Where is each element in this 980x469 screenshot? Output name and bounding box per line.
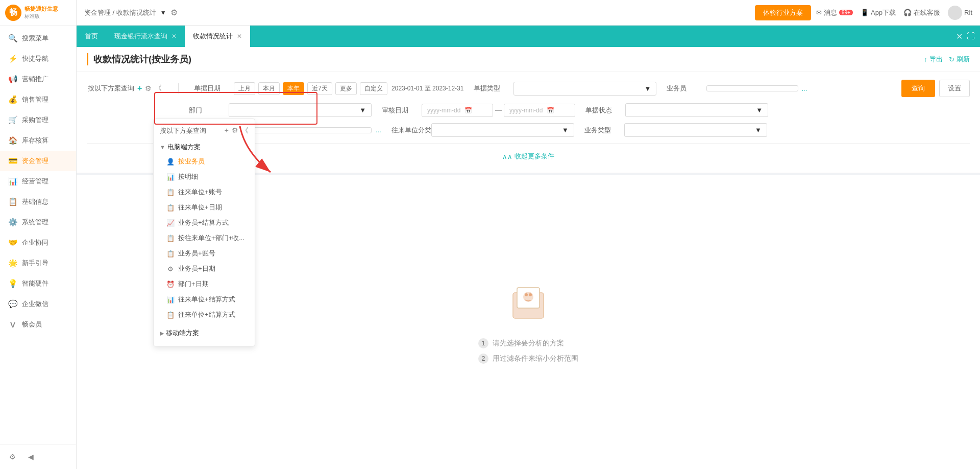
sidebar-item-finance[interactable]: 💳 资金管理: [0, 151, 76, 171]
dropdown-mobile-header[interactable]: ▶ 移动端方案: [154, 326, 255, 340]
export-button[interactable]: ↑ 导出: [924, 55, 943, 64]
tab-expand-icon[interactable]: ⛶: [967, 32, 975, 41]
dropdown-desktop-header[interactable]: ▼ 电脑端方案: [154, 140, 255, 154]
sidebar-item-marketing[interactable]: 📢 营销推广: [0, 69, 76, 89]
date-this-month[interactable]: 本月: [258, 82, 280, 95]
page-content-wrapper: 收款情况统计(按业务员) ↑ 导出 ↻ 刷新 按以下方案查询 + ⚙: [77, 47, 980, 469]
sidebar-settings-button[interactable]: ⚙: [5, 450, 19, 464]
counterparty-more-button[interactable]: ...: [376, 126, 381, 134]
salesperson-more-button[interactable]: ...: [798, 85, 810, 92]
sidebar-collapse-button[interactable]: ◀: [23, 450, 38, 464]
scheme-settings-button[interactable]: ⚙: [145, 84, 152, 92]
date-range-display: 2023-01-01 至 2023-12-31: [391, 84, 463, 93]
sidebar-item-sales[interactable]: 💰 销售管理: [0, 89, 76, 110]
counterparty-cat-label: 往来单位分类: [391, 126, 427, 135]
sidebar-item-operation[interactable]: 📊 经营管理: [0, 171, 76, 192]
trial-button[interactable]: 体验行业方案: [755, 5, 811, 20]
dropdown-item-salesperson-settlement[interactable]: 📈 业务员+结算方式: [154, 215, 255, 230]
sidebar-item-basic[interactable]: 📋 基础信息: [0, 192, 76, 212]
breadcrumb: 资金管理 / 收款情况统计: [84, 8, 156, 17]
svg-point-2: [523, 292, 533, 302]
sidebar-item-hardware[interactable]: 💡 智能硬件: [0, 273, 76, 294]
biz-type-select[interactable]: ▼: [624, 123, 767, 137]
dropdown-settings-icon[interactable]: ⚙: [232, 126, 238, 135]
salesperson-settlement-icon: 📈: [166, 218, 175, 227]
calendar-icon-2: 📅: [547, 107, 554, 114]
dropdown-item-unit-dept[interactable]: 📋 按往来单位+部门+收...: [154, 230, 255, 246]
sidebar-item-guide[interactable]: 🌟 新手引导: [0, 253, 76, 273]
salesperson-select[interactable]: [706, 85, 798, 91]
dropdown-item-unit-date[interactable]: 📋 往来单位+日期: [154, 200, 255, 215]
tab-bank[interactable]: 现金银行流水查询 ✕: [106, 26, 185, 47]
tab-home[interactable]: 首页: [77, 32, 106, 41]
date-buttons: 上月 本月 本年 近7天 更多 自定义: [234, 82, 387, 95]
doc-status-select[interactable]: ▼: [625, 103, 768, 117]
counterparty-cat-arrow: ▼: [562, 126, 569, 134]
dropdown-add-icon[interactable]: +: [225, 126, 229, 135]
dropdown-close-icon[interactable]: 《: [241, 126, 249, 135]
dropdown-header-label: 按以下方案查询: [160, 126, 206, 135]
tab-receipts-close[interactable]: ✕: [237, 33, 242, 40]
doc-type-select[interactable]: ▼: [513, 82, 656, 96]
doc-status-dropdown-arrow: ▼: [756, 106, 763, 114]
inventory-icon: 🏠: [8, 135, 18, 146]
scheme-collapse-button[interactable]: 《: [155, 84, 162, 93]
dropdown-item-dept-date[interactable]: ⏰ 部门+日期: [154, 276, 255, 292]
collapse-button[interactable]: ∧∧ 收起更多条件: [498, 148, 558, 165]
dept-label: 部门: [189, 106, 225, 115]
tab-bar: 首页 现金银行流水查询 ✕ 收款情况统计 ✕ ✕ ⛶: [77, 26, 980, 47]
setting-button[interactable]: 设置: [939, 80, 970, 97]
app-download-button[interactable]: 📱 App下载: [861, 8, 896, 17]
review-date-start[interactable]: yyyy-mm-dd 📅: [422, 104, 493, 117]
sidebar-item-purchase[interactable]: 🛒 采购管理: [0, 110, 76, 130]
dropdown-item-salesperson-date[interactable]: ⚙ 业务员+日期: [154, 261, 255, 276]
system-icon: ⚙️: [8, 217, 18, 227]
logo-icon: 畅: [5, 5, 21, 21]
dropdown-item-salesperson-account[interactable]: 📋 业务员+账号: [154, 246, 255, 261]
biz-type-arrow: ▼: [755, 126, 762, 134]
date-7days[interactable]: 近7天: [307, 82, 332, 95]
svg-point-3: [525, 293, 528, 296]
sidebar: 畅 畅捷通好生意 标准版 🔍 搜索菜单 ⚡ 快捷导航 📢 营销推广 💰 销售管理…: [0, 0, 77, 469]
filter-row-2: 部门 ▼ 审核日期 yyyy-mm-dd 📅 —: [87, 103, 970, 117]
dropdown-item-unit-settlement2[interactable]: 📋 往来单位+结算方式: [154, 307, 255, 322]
service-icon: 🎧: [903, 9, 912, 16]
sidebar-item-wechat[interactable]: 💬 企业微信: [0, 294, 76, 314]
date-last-month[interactable]: 上月: [234, 82, 255, 95]
date-more[interactable]: 更多: [335, 82, 357, 95]
tab-bank-close[interactable]: ✕: [172, 33, 177, 40]
dept-select[interactable]: ▼: [229, 103, 372, 117]
guide-icon: 🌟: [8, 258, 18, 268]
message-button[interactable]: ✉ 消息 99+: [816, 8, 853, 17]
online-service-button[interactable]: 🎧 在线客服: [903, 8, 940, 17]
desktop-section-arrow: ▼: [160, 144, 165, 150]
date-custom[interactable]: 自定义: [360, 82, 387, 95]
refresh-button[interactable]: ↻ 刷新: [949, 55, 970, 64]
sidebar-item-member[interactable]: V 畅会员: [0, 314, 76, 335]
review-date-end[interactable]: yyyy-mm-dd 📅: [504, 104, 575, 117]
doc-type-label: 单据类型: [474, 84, 509, 93]
header-gear-icon[interactable]: ⚙: [170, 8, 178, 17]
sidebar-item-system[interactable]: ⚙️ 系统管理: [0, 212, 76, 232]
doc-status-label: 单据状态: [585, 106, 621, 115]
search-icon: 🔍: [8, 33, 18, 43]
tab-close-all-icon[interactable]: ✕: [956, 32, 963, 41]
dropdown-item-unit-settlement1[interactable]: 📊 往来单位+结算方式: [154, 292, 255, 307]
query-button[interactable]: 查询: [901, 80, 935, 97]
dropdown-item-detail[interactable]: 📊 按明细: [154, 169, 255, 184]
dropdown-item-unit-account[interactable]: 📋 往来单位+账号: [154, 184, 255, 200]
page-actions: ↑ 导出 ↻ 刷新: [924, 55, 970, 64]
logo-text: 畅捷通好生意 标准版: [24, 5, 58, 20]
dropdown-item-salesperson[interactable]: 👤 按业务员: [154, 154, 255, 169]
dropdown-header: 按以下方案查询 + ⚙ 《: [154, 123, 255, 138]
user-avatar[interactable]: Rit: [948, 6, 972, 20]
tab-receipts[interactable]: 收款情况统计 ✕: [185, 26, 250, 47]
date-this-year[interactable]: 本年: [283, 82, 304, 95]
sidebar-item-search[interactable]: 🔍 搜索菜单: [0, 28, 76, 49]
sidebar-item-enterprise[interactable]: 🤝 企业协同: [0, 232, 76, 253]
sidebar-item-shortcut[interactable]: ⚡ 快捷导航: [0, 49, 76, 69]
sidebar-item-inventory[interactable]: 🏠 库存核算: [0, 130, 76, 151]
add-scheme-button[interactable]: +: [137, 84, 142, 93]
counterparty-cat-select[interactable]: ▼: [431, 123, 574, 137]
page-title: 收款情况统计(按业务员): [87, 53, 191, 65]
